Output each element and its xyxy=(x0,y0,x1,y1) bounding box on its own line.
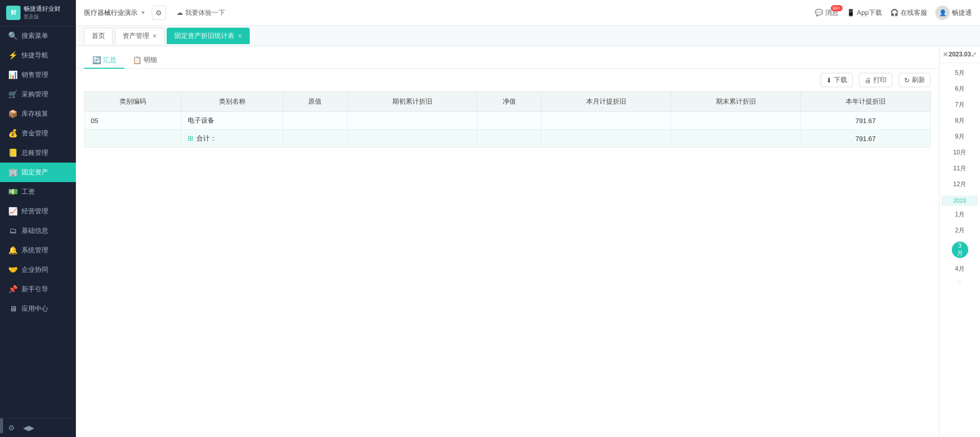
sidebar-label-appcenter: 应用中心 xyxy=(22,304,48,313)
print-btn-icon: 🖨 xyxy=(865,76,871,84)
tab-close-asset_mgmt[interactable]: ✕ xyxy=(152,33,157,39)
sidebar-item-sales[interactable]: 📊 销售管理 xyxy=(0,65,76,85)
month-3-current[interactable]: 3月 xyxy=(952,242,968,258)
app-download-button[interactable]: 📱 App下载 xyxy=(847,8,882,17)
download-icon: 📱 xyxy=(847,9,855,16)
sidebar-icon-quicknav: ⚡ xyxy=(8,51,17,60)
message-badge: 99+ xyxy=(831,5,843,11)
sidebar-item-search[interactable]: 🔍 搜索菜单 xyxy=(0,26,76,46)
month-8[interactable]: 8月 xyxy=(939,113,980,129)
tab-label-depreciation: 固定资产折旧统计表 xyxy=(174,31,234,41)
bottom-circle: ○ xyxy=(939,277,980,288)
sidebar-menu: 🔍 搜索菜单 ⚡ 快捷导航 📊 销售管理 🛒 采购管理 📦 库存核算 💰 资金管… xyxy=(0,26,76,418)
cell-net xyxy=(477,112,541,130)
avatar: 👤 xyxy=(935,6,950,20)
online-service-button[interactable]: 🎧 在线客服 xyxy=(890,8,927,17)
refresh-btn-icon: ↻ xyxy=(904,76,910,84)
col-initial: 期初累计折旧 xyxy=(347,92,477,112)
date-panel-header: ✕ 2023.03 ⤢ xyxy=(939,46,980,63)
month-12[interactable]: 12月 xyxy=(939,176,980,192)
tab-depreciation[interactable]: 固定资产折旧统计表✕ xyxy=(167,28,250,44)
sidebar-label-search: 搜索菜单 xyxy=(22,31,48,41)
date-panel: ✕ 2023.03 ⤢ 5月 6月 7月 8月 9月 10月 11月 12月 2… xyxy=(939,46,980,437)
sidebar-icon-sales: 📊 xyxy=(8,70,17,80)
company-selector[interactable]: 医疗器械行业演示 ▼ xyxy=(84,8,146,17)
experience-icon: ☁ xyxy=(176,9,183,16)
month-1[interactable]: 1月 xyxy=(939,207,980,223)
download-btn-label: 下载 xyxy=(834,75,847,85)
message-button[interactable]: 💬 消息 99+ xyxy=(815,8,838,17)
toolbar: ⬇ 下载 🖨 打印 ↻ 刷新 xyxy=(76,69,939,91)
sidebar-item-newbie[interactable]: 📌 新手引导 xyxy=(0,280,76,299)
company-dropdown-icon: ▼ xyxy=(141,10,146,15)
sidebar-icon-search: 🔍 xyxy=(8,31,17,41)
sidebar: 财 畅捷通好业财 普及版 🔍 搜索菜单 ⚡ 快捷导航 📊 销售管理 🛒 采购管理… xyxy=(0,0,76,437)
print-btn-label: 打印 xyxy=(873,75,887,85)
tabs-bar: 首页资产管理✕固定资产折旧统计表✕ xyxy=(76,26,980,46)
sidebar-label-enterprise: 企业协同 xyxy=(22,265,48,274)
user-menu[interactable]: 👤 畅捷通 xyxy=(935,6,972,20)
sidebar-item-salary[interactable]: 💵 工资 xyxy=(0,182,76,202)
sidebar-icon-fixedasset: 🏢 xyxy=(8,168,17,177)
sidebar-item-ledger[interactable]: 📒 总账管理 xyxy=(0,143,76,163)
sidebar-icon-purchase: 🛒 xyxy=(8,90,17,99)
sidebar-item-operations[interactable]: 📈 经营管理 xyxy=(0,202,76,221)
month-4[interactable]: 4月 xyxy=(939,261,980,277)
sidebar-label-sales: 销售管理 xyxy=(22,70,48,80)
service-label: 在线客服 xyxy=(901,8,927,17)
tab-home[interactable]: 首页 xyxy=(84,28,113,44)
col-monthly: 本月计提折旧 xyxy=(541,92,671,112)
cell-ending xyxy=(671,112,801,130)
print-button[interactable]: 🖨 打印 xyxy=(859,73,892,87)
sidebar-item-system[interactable]: 🔔 系统管理 xyxy=(0,241,76,260)
experience-button[interactable]: ☁ 我要体验一下 xyxy=(176,8,225,17)
sidebar-item-purchase[interactable]: 🛒 采购管理 xyxy=(0,85,76,104)
month-5[interactable]: 5月 xyxy=(939,65,980,81)
sidebar-item-basicinfo[interactable]: 🗂 基础信息 xyxy=(0,221,76,241)
sidebar-item-quicknav[interactable]: ⚡ 快捷导航 xyxy=(0,46,76,65)
month-6[interactable]: 6月 xyxy=(939,81,980,97)
sidebar-item-fixedasset[interactable]: 🏢 固定资产 xyxy=(0,163,76,182)
sidebar-item-enterprise[interactable]: 🤝 企业协同 xyxy=(0,260,76,280)
past-months-section: 5月 6月 7月 8月 9月 10月 11月 12月 xyxy=(939,63,980,194)
current-month-wrapper: 3月 xyxy=(939,239,980,261)
col-net: 净值 xyxy=(477,92,541,112)
company-name: 医疗器械行业演示 xyxy=(84,8,137,17)
sub-tab-summary[interactable]: 🔄 汇总 xyxy=(84,52,125,69)
cell-code: 05 xyxy=(85,112,182,130)
cell-annual: 791.67 xyxy=(801,112,930,130)
tab-close-depreciation[interactable]: ✕ xyxy=(237,33,242,39)
tab-asset_mgmt[interactable]: 资产管理✕ xyxy=(115,28,165,44)
date-panel-year: 2023.03 xyxy=(949,51,971,58)
settings-icon[interactable]: ⚙ xyxy=(8,424,15,432)
month-11[interactable]: 11月 xyxy=(939,161,980,176)
month-10[interactable]: 10月 xyxy=(939,145,980,161)
month-9[interactable]: 9月 xyxy=(939,129,980,145)
sidebar-icon-enterprise: 🤝 xyxy=(8,265,17,274)
total-empty xyxy=(85,130,182,148)
sidebar-label-operations: 经营管理 xyxy=(22,207,48,216)
logo-title: 畅捷通好业财 xyxy=(24,5,61,13)
total-annual: 791.67 xyxy=(801,130,930,148)
sub-tab-detail[interactable]: 📋 明细 xyxy=(125,52,165,69)
logo-text-group: 畅捷通好业财 普及版 xyxy=(24,5,61,21)
year-2023-label: 2023 xyxy=(942,195,978,206)
download-button[interactable]: ⬇ 下载 xyxy=(821,73,853,87)
month-7[interactable]: 7月 xyxy=(939,97,980,113)
date-panel-expand-button[interactable]: ⤢ xyxy=(971,50,977,58)
date-panel-close-button[interactable]: ✕ xyxy=(943,50,949,58)
sidebar-icon-operations: 📈 xyxy=(8,207,17,216)
sidebar-item-appcenter[interactable]: 🖥 应用中心 xyxy=(0,299,76,319)
sub-tabs: 🔄 汇总 📋 明细 xyxy=(76,46,939,69)
sidebar-item-finance[interactable]: 💰 资金管理 xyxy=(0,124,76,143)
collapse-icon[interactable]: ◀▶ xyxy=(23,424,34,432)
settings-button[interactable]: ⚙ xyxy=(152,6,166,20)
sidebar-item-inventory[interactable]: 📦 库存核算 xyxy=(0,104,76,124)
col-code: 类别编码 xyxy=(85,92,182,112)
tab-label-asset_mgmt: 资产管理 xyxy=(123,31,149,41)
month-2[interactable]: 2月 xyxy=(939,223,980,239)
sidebar-icon-newbie: 📌 xyxy=(8,285,17,294)
table-total-row: ⊞ 合计： 791.67 xyxy=(85,130,931,148)
sidebar-label-ledger: 总账管理 xyxy=(22,148,48,157)
refresh-button[interactable]: ↻ 刷新 xyxy=(898,73,931,87)
